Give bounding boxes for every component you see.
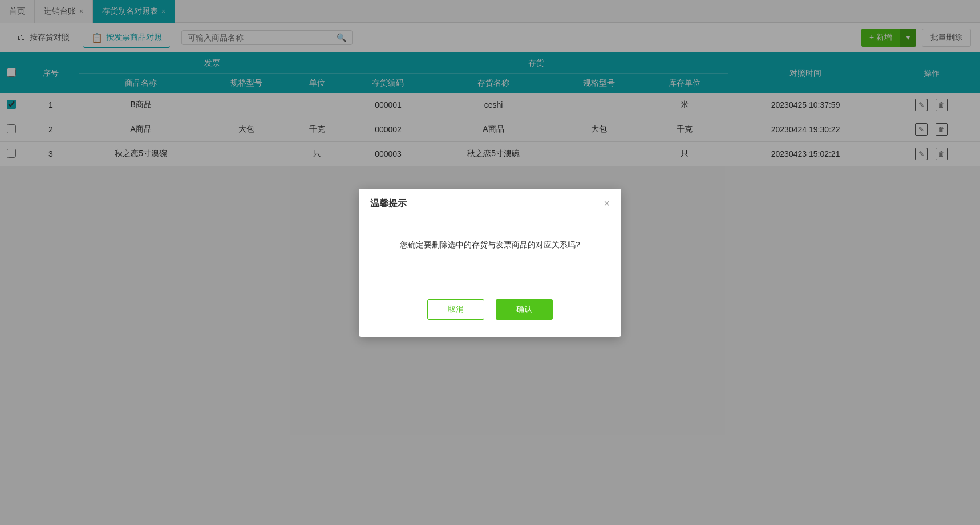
modal-overlay: 温馨提示 × 您确定要删除选中的存货与发票商品的对应关系吗? 取消 确认 — [0, 0, 980, 166]
